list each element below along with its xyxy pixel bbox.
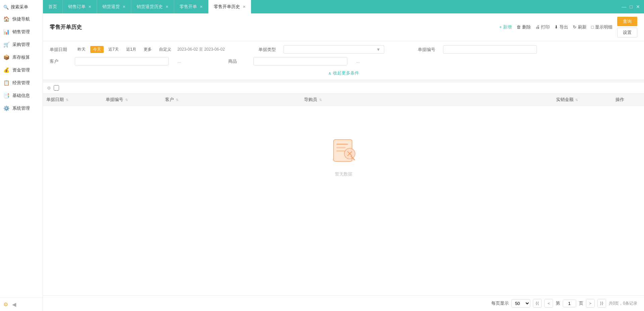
bill-no-input[interactable] <box>443 45 537 54</box>
page-prev-btn[interactable]: ＜ <box>544 299 553 308</box>
col-action: 操作 <box>612 94 644 106</box>
date-btn-custom[interactable]: 自定义 <box>156 46 174 53</box>
page-suffix: 页 <box>579 300 583 306</box>
bill-type-label: 单据类型 <box>258 47 277 53</box>
sidebar-search[interactable]: 🔍 搜索采单 <box>0 0 43 13</box>
sidebar-item-sales-mgmt[interactable]: 📊 销售管理 <box>0 25 43 38</box>
goods-label: 商品 <box>228 58 247 64</box>
per-page-select[interactable]: 50 10 20 100 <box>511 299 530 308</box>
col-actual-amount-label: 实销金额 <box>556 97 574 102</box>
sidebar-item-purchase-mgmt[interactable]: 🛒 采购管理 <box>0 38 43 51</box>
sidebar-item-label: 快捷导航 <box>12 16 30 22</box>
customer-label: 客户 <box>50 58 68 64</box>
setting-button[interactable]: 设置 <box>617 28 637 38</box>
tab-sales-return-close[interactable]: ✕ <box>122 5 126 9</box>
window-close[interactable]: ✕ <box>636 4 640 9</box>
sidebar-item-system[interactable]: ⚙️ 系统管理 <box>0 102 43 115</box>
sidebar-item-label: 销售管理 <box>12 29 30 35</box>
date-btn-today[interactable]: 今天 <box>90 46 104 53</box>
col-customer[interactable]: 客户 ⇅ <box>162 94 301 106</box>
sidebar-item-label: 采购管理 <box>12 42 30 48</box>
basic-info-icon: 📑 <box>3 93 10 99</box>
tab-sales-return-history[interactable]: 销货退货历史 ✕ <box>131 0 174 13</box>
svg-rect-3 <box>336 147 346 148</box>
quick-nav-icon: 🏠 <box>3 16 10 22</box>
sales-mgmt-icon: 📊 <box>3 29 10 35</box>
tab-home-label: 首页 <box>48 4 57 10</box>
page-next-btn[interactable]: ＞ <box>586 299 595 308</box>
page-total-info: 共0页，0条记录 <box>609 301 637 306</box>
sidebar-item-operation[interactable]: 📋 经营管理 <box>0 76 43 89</box>
sidebar-item-label: 系统管理 <box>12 105 30 111</box>
sort-arrows-no: ⇅ <box>125 98 128 102</box>
date-btn-yesterday[interactable]: 昨天 <box>75 46 88 53</box>
col-no[interactable]: 单据编号 ⇅ <box>102 94 162 106</box>
per-page-label: 每页显示 <box>491 300 509 306</box>
empty-illustration <box>327 133 360 166</box>
query-button[interactable]: 查询 <box>617 17 637 26</box>
display-detail-button[interactable]: □ 显示明细 <box>591 24 612 30</box>
tab-sales-order[interactable]: 销售订单 ✕ <box>63 0 97 13</box>
table-area: ⚙ 单据日期 ⇅ 单据编号 ⇅ <box>43 83 644 295</box>
col-action-label: 操作 <box>615 97 624 102</box>
customer-input[interactable] <box>75 57 169 65</box>
goods-input[interactable] <box>253 57 347 65</box>
sidebar-item-quick-nav[interactable]: 🏠 快捷导航 <box>0 13 43 25</box>
tab-sales-order-label: 销售订单 <box>68 4 86 10</box>
sidebar-item-inventory[interactable]: 📦 库存核算 <box>0 51 43 64</box>
page-input[interactable] <box>563 300 576 307</box>
sort-arrows-amount: ⇅ <box>575 98 578 102</box>
delete-button[interactable]: 🗑 删除 <box>516 24 531 30</box>
col-no-label: 单据编号 <box>106 97 123 102</box>
search-icon: 🔍 <box>3 5 9 10</box>
col-date-label: 单据日期 <box>46 97 64 102</box>
select-all-checkbox[interactable] <box>54 85 59 91</box>
export-button[interactable]: ⬇ 导出 <box>554 24 568 30</box>
tab-retail-history[interactable]: 零售开单历史 ✕ <box>208 0 251 13</box>
bill-no-label: 单据编号 <box>418 47 436 53</box>
date-range-display: 2023-06-02 至 2023-06-02 <box>177 47 225 52</box>
toolbar: + 新增 🗑 删除 🖨 打印 ⬇ 导出 ↻ 刷新 □ 显示明细 查询 设置 <box>499 17 637 38</box>
page-label: 第 <box>556 300 560 306</box>
bill-type-select[interactable]: ▼ <box>284 45 384 54</box>
settings-gear-icon[interactable]: ⚙ <box>3 301 8 308</box>
page-first-btn[interactable]: ⟨⟨ <box>533 299 542 308</box>
goods-dots[interactable]: ... <box>356 59 360 64</box>
sidebar-collapse-icon[interactable]: ◀ <box>12 301 16 308</box>
print-button[interactable]: 🖨 打印 <box>536 24 550 30</box>
tab-home[interactable]: 首页 <box>43 0 63 13</box>
collapse-bar[interactable]: ∧ 收起更多条件 <box>50 69 637 77</box>
sidebar: 🔍 搜索采单 🏠 快捷导航 📊 销售管理 🛒 采购管理 📦 库存核算 💰 资金管… <box>0 0 43 311</box>
tab-retail-open-close[interactable]: ✕ <box>200 5 203 9</box>
empty-text: 暂无数据 <box>335 171 352 177</box>
date-btn-more[interactable]: 更多 <box>141 46 154 53</box>
sidebar-item-label: 经营管理 <box>12 80 30 86</box>
col-actual-amount[interactable]: 实销金额 ⇅ <box>553 94 612 106</box>
col-guide-label: 导购员 <box>304 97 317 102</box>
col-amount[interactable] <box>351 94 553 106</box>
add-button[interactable]: + 新增 <box>499 24 512 30</box>
chevron-down-icon: ▼ <box>376 47 381 52</box>
sort-arrows-date: ⇅ <box>66 98 68 102</box>
window-minimize[interactable]: — <box>622 4 627 9</box>
tab-sales-return-label: 销货退货 <box>102 4 120 10</box>
date-btn-last1m[interactable]: 近1月 <box>123 46 139 53</box>
sidebar-item-finance[interactable]: 💰 资金管理 <box>0 64 43 76</box>
tab-sales-return[interactable]: 销货退货 ✕ <box>97 0 131 13</box>
tab-retail-open[interactable]: 零售开单 ✕ <box>174 0 208 13</box>
tab-sales-return-history-close[interactable]: ✕ <box>165 5 168 9</box>
customer-dots[interactable]: ... <box>178 59 181 64</box>
sort-arrows-customer: ⇅ <box>176 98 179 102</box>
refresh-button[interactable]: ↻ 刷新 <box>573 24 587 30</box>
page-last-btn[interactable]: ⟩⟩ <box>597 299 606 308</box>
table-settings-icon[interactable]: ⚙ <box>47 86 51 91</box>
tab-retail-history-label: 零售开单历史 <box>214 4 240 10</box>
window-maximize[interactable]: □ <box>630 4 633 9</box>
tab-sales-order-close[interactable]: ✕ <box>88 5 91 9</box>
tab-retail-history-close[interactable]: ✕ <box>243 5 246 9</box>
col-guide[interactable]: 导购员 ⇅ <box>301 94 351 106</box>
sidebar-item-basic-info[interactable]: 📑 基础信息 <box>0 89 43 102</box>
col-date[interactable]: 单据日期 ⇅ <box>43 94 102 106</box>
date-btn-last7[interactable]: 近7天 <box>106 46 121 53</box>
inventory-icon: 📦 <box>3 54 10 60</box>
